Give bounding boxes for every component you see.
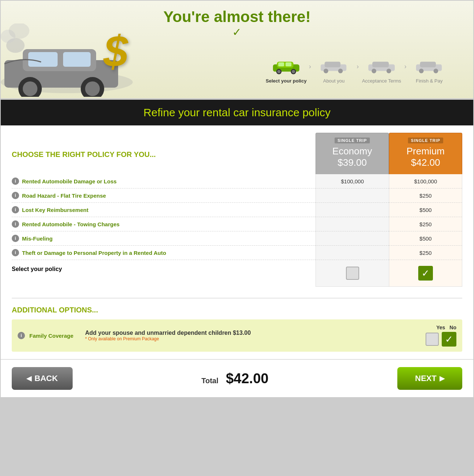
- back-button[interactable]: BACK: [12, 367, 73, 390]
- coverage-premium-2: $250: [389, 188, 462, 203]
- step-about-you[interactable]: About you: [312, 57, 356, 84]
- yes-no-area: Yes No ✓: [426, 325, 456, 347]
- step-acceptance[interactable]: Acceptance Terms: [360, 57, 404, 84]
- economy-trip-type: SINGLE TRIP: [335, 138, 370, 143]
- yes-label: Yes: [436, 325, 445, 330]
- family-no-checkbox-checked[interactable]: ✓: [442, 332, 456, 347]
- svg-point-31: [434, 69, 438, 73]
- svg-rect-29: [420, 62, 436, 67]
- coverage-economy-5: [316, 231, 389, 246]
- coverage-text-2: Road Hazard - Flat Tire Expense: [22, 193, 106, 199]
- svg-point-8: [85, 81, 100, 96]
- plan-header-premium[interactable]: SINGLE TRIP Premium $42.00: [389, 133, 462, 174]
- svg-rect-21: [325, 62, 340, 67]
- coverage-economy-6: [316, 246, 389, 260]
- next-button[interactable]: NEXT: [397, 367, 462, 390]
- step-car-1: [264, 57, 308, 77]
- svg-rect-14: [278, 62, 284, 66]
- arrow-3: ›: [404, 63, 406, 78]
- coverage-text-6: Theft or Damage to Personal Property in …: [22, 250, 166, 256]
- yes-no-checkboxes: ✓: [426, 332, 456, 347]
- refine-header: Refine your rental car insurance policy: [1, 100, 473, 125]
- family-coverage-label: Family Coverage: [29, 333, 81, 339]
- choose-heading: CHOOSE THE RIGHT POLICY FOR YOU...: [12, 144, 316, 162]
- dollar-sign: $: [103, 26, 128, 76]
- select-policy-label: Select your policy: [12, 260, 316, 287]
- select-premium-checkbox[interactable]: ✓: [389, 260, 462, 287]
- coverage-label-6: i Theft or Damage to Personal Property i…: [12, 246, 316, 260]
- coverage-premium-4: $250: [389, 217, 462, 231]
- header-checkmark: ✓: [163, 26, 310, 39]
- svg-rect-15: [285, 62, 291, 66]
- coverage-text-3: Lost Key Reimbursement: [22, 207, 88, 213]
- svg-point-17: [277, 70, 281, 73]
- arrow-2: ›: [357, 63, 359, 78]
- policy-section: CHOOSE THE RIGHT POLICY FOR YOU... SINGL…: [1, 125, 473, 294]
- info-icon-4[interactable]: i: [12, 220, 19, 228]
- bottom-bar: BACK Total $42.00 NEXT: [1, 359, 473, 397]
- svg-point-23: [338, 69, 343, 73]
- main-content: Refine your rental car insurance policy …: [0, 99, 474, 398]
- yes-no-labels: Yes No: [436, 325, 456, 330]
- step-car-4: [407, 57, 451, 77]
- info-icon-2[interactable]: i: [12, 192, 19, 199]
- step-4-label: Finish & Pay: [416, 78, 443, 84]
- family-desc-sub: * Only available on Premium Package: [85, 336, 421, 341]
- step-car-2: [312, 57, 356, 77]
- economy-checkbox-unchecked[interactable]: [346, 267, 359, 280]
- step-car-3: [360, 57, 404, 77]
- step-finish-pay[interactable]: Finish & Pay: [407, 57, 451, 84]
- info-icon-5[interactable]: i: [12, 235, 19, 242]
- total-area: Total $42.00: [201, 371, 269, 387]
- svg-point-22: [324, 69, 328, 73]
- total-label: Total: [201, 377, 218, 385]
- economy-plan-name: Economy: [320, 146, 384, 157]
- coverage-label-3: i Lost Key Reimbursement: [12, 203, 316, 217]
- svg-point-11: [9, 23, 29, 39]
- header-title-area: You're almost there! ✓: [163, 8, 310, 39]
- steps-bar: Select your policy › About you ›: [264, 57, 451, 84]
- premium-trip-type: SINGLE TRIP: [408, 138, 443, 143]
- section-divider: [12, 298, 462, 299]
- family-description: Add your spouse and unmarried dependent …: [85, 330, 421, 341]
- coverage-premium-1: $100,000: [389, 174, 462, 188]
- step-3-label: Acceptance Terms: [362, 78, 401, 84]
- premium-checkbox-checked[interactable]: ✓: [418, 266, 433, 281]
- coverage-text-4: Rented Automobile - Towing Charges: [22, 221, 120, 227]
- svg-point-27: [387, 69, 391, 73]
- coverage-premium-5: $500: [389, 231, 462, 246]
- additional-section: ADDITIONAL OPTIONS... i Family Coverage …: [1, 302, 473, 359]
- coverage-economy-3: [316, 203, 389, 217]
- premium-plan-name: Premium: [394, 146, 457, 157]
- svg-rect-4: [63, 52, 91, 67]
- economy-plan-price: $39.00: [320, 157, 384, 168]
- coverage-text-1: Rented Automobile Damage or Loss: [22, 178, 117, 184]
- svg-point-26: [372, 69, 376, 73]
- coverage-label-4: i Rented Automobile - Towing Charges: [12, 217, 316, 231]
- family-desc-main: Add your spouse and unmarried dependent …: [85, 330, 421, 336]
- arrow-1: ›: [309, 63, 311, 78]
- coverage-label-5: i Mis-Fueling: [12, 231, 316, 246]
- coverage-label-1: i Rented Automobile Damage or Loss: [12, 174, 316, 188]
- step-select-policy[interactable]: Select your policy: [264, 57, 308, 84]
- header-banner: $ You're almost there! ✓ Select your po: [0, 0, 474, 99]
- info-icon-1[interactable]: i: [12, 177, 19, 185]
- header-title: You're almost there!: [163, 8, 310, 26]
- coverage-premium-3: $500: [389, 203, 462, 217]
- info-icon-3[interactable]: i: [12, 206, 19, 213]
- info-icon-6[interactable]: i: [12, 249, 19, 256]
- svg-point-19: [292, 70, 295, 73]
- svg-point-6: [23, 81, 37, 96]
- svg-rect-25: [372, 62, 389, 67]
- svg-point-30: [419, 69, 424, 73]
- step-2-label: About you: [323, 78, 345, 84]
- step-1-label: Select your policy: [266, 78, 306, 84]
- family-yes-checkbox[interactable]: [426, 333, 439, 346]
- family-info-icon[interactable]: i: [18, 332, 25, 339]
- no-label: No: [449, 325, 456, 330]
- plan-header-economy[interactable]: SINGLE TRIP Economy $39.00: [316, 133, 389, 174]
- svg-rect-3: [28, 52, 58, 67]
- coverage-economy-4: [316, 217, 389, 231]
- select-economy-checkbox[interactable]: [316, 260, 389, 287]
- coverage-economy-1: $100,000: [316, 174, 389, 188]
